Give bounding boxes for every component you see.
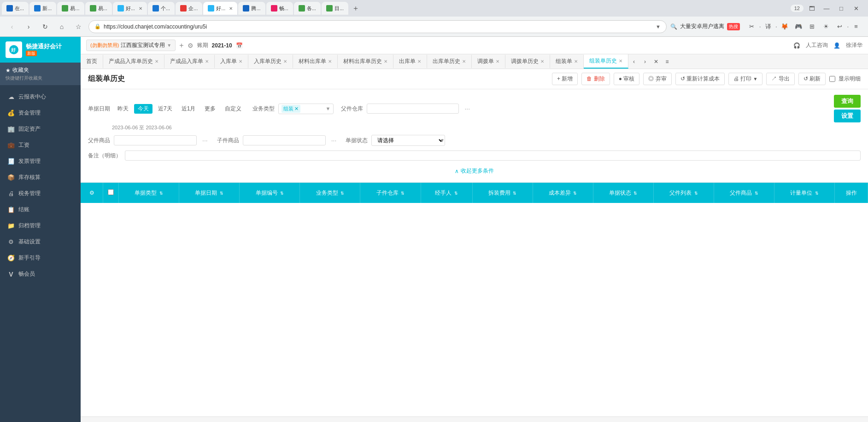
sidebar-item-funds[interactable]: 💰 资金管理 xyxy=(0,105,81,121)
remark-input[interactable] xyxy=(125,150,861,161)
abandon-button[interactable]: ◎ 弃审 xyxy=(643,73,671,85)
tab-material-outbound-close[interactable]: ✕ xyxy=(328,59,332,64)
date-btn-1month[interactable]: 近1月 xyxy=(178,104,199,114)
date-btn-more[interactable]: 更多 xyxy=(201,104,219,114)
browser-tab-2[interactable]: 新... xyxy=(29,2,56,15)
tab-close-8[interactable]: ✕ xyxy=(229,6,233,11)
sidebar-item-cloud-reports[interactable]: ☁ 云报表中心 xyxy=(0,89,81,105)
tab-transfer-close[interactable]: ✕ xyxy=(496,59,499,64)
sidebar-item-member[interactable]: V 畅会员 xyxy=(0,266,81,282)
tab-inbound-history-close[interactable]: ✕ xyxy=(283,59,287,64)
date-btn-custom[interactable]: 自定义 xyxy=(221,104,245,114)
tab-transfer-history-close[interactable]: ✕ xyxy=(540,59,544,64)
tab-product-inbound-history-close[interactable]: ✕ xyxy=(155,59,158,64)
sidebar-item-invoice[interactable]: 🧾 发票管理 xyxy=(0,153,81,169)
tab-transfer-history[interactable]: 调拨单历史 ✕ xyxy=(505,55,550,68)
parent-goods-dots[interactable]: ··· xyxy=(200,137,210,144)
child-goods-input[interactable] xyxy=(243,135,326,145)
child-goods-dots[interactable]: ··· xyxy=(329,137,339,144)
tab-scroll-close-all[interactable]: ✕ xyxy=(651,55,662,69)
th-order-date[interactable]: 单据日期 ⇅ xyxy=(179,183,240,203)
tab-product-inbound-history[interactable]: 产成品入库单历史 ✕ xyxy=(103,55,164,68)
browser-tab-5[interactable]: 好... ✕ xyxy=(113,2,147,15)
tab-outbound-history-close[interactable]: ✕ xyxy=(462,59,466,64)
tab-inbound[interactable]: 入库单 ✕ xyxy=(215,55,248,68)
brightness-btn[interactable]: ☀ xyxy=(820,20,833,33)
sidebar-item-payroll[interactable]: 💼 工资 xyxy=(0,137,81,153)
grid-btn[interactable]: ⊞ xyxy=(806,20,819,33)
browser-tab-1[interactable]: 在... xyxy=(2,2,29,15)
th-child-warehouse[interactable]: 子件仓库 ⇅ xyxy=(360,183,421,203)
sidebar-item-inventory[interactable]: 📦 库存核算 xyxy=(0,169,81,185)
th-order-type[interactable]: 单据类型 ⇅ xyxy=(119,183,179,203)
tab-close-5[interactable]: ✕ xyxy=(139,6,142,11)
game-btn[interactable]: 🎮 xyxy=(792,20,805,33)
filter-settings-button[interactable]: 设置 xyxy=(834,110,861,122)
emoji-btn[interactable]: 🦊 xyxy=(778,20,791,33)
browser-menu-btn[interactable]: ≡ xyxy=(850,20,862,33)
tab-outbound-close[interactable]: ✕ xyxy=(417,59,421,64)
sidebar-item-settings[interactable]: ⚙ 基础设置 xyxy=(0,234,81,250)
sidebar-item-checkout[interactable]: 📋 结账 xyxy=(0,202,81,218)
date-btn-7days[interactable]: 近7天 xyxy=(154,104,176,114)
dropdown-arrow-icon[interactable]: ▼ xyxy=(656,24,661,29)
maximize-btn[interactable]: □ xyxy=(835,2,848,15)
scissors-icon-btn[interactable]: ✂ xyxy=(745,20,758,33)
browser-tab-10[interactable]: 畅... xyxy=(266,2,293,15)
sidebar-item-tax[interactable]: 🖨 税务管理 xyxy=(0,185,81,202)
export-button[interactable]: ↗ 导出 xyxy=(766,73,794,85)
parent-warehouse-input[interactable] xyxy=(367,104,459,114)
sidebar-item-fixed-assets[interactable]: 🏢 固定资产 xyxy=(0,121,81,137)
th-unit[interactable]: 计量单位 ⇅ xyxy=(774,183,835,203)
tab-assembly-history-close[interactable]: ✕ xyxy=(619,58,622,64)
th-order-status[interactable]: 单据状态 ⇅ xyxy=(593,183,653,203)
search-button[interactable]: 查询 xyxy=(834,95,861,108)
parent-warehouse-dots[interactable]: ··· xyxy=(463,105,472,112)
delete-button[interactable]: 🗑 删除 xyxy=(581,73,610,85)
tab-home[interactable]: 首页 xyxy=(81,55,103,68)
column-settings-icon[interactable]: ⚙ xyxy=(85,186,98,199)
new-tab-button[interactable]: ＋ xyxy=(349,2,362,15)
forward-btn[interactable]: › xyxy=(22,20,35,33)
audit-button[interactable]: ● 审核 xyxy=(614,73,640,85)
sidebar-item-guide[interactable]: 🧭 新手引导 xyxy=(0,250,81,266)
close-browser-btn[interactable]: ✕ xyxy=(850,2,862,15)
tab-material-outbound[interactable]: 材料出库单 ✕ xyxy=(293,55,338,68)
display-detail-toggle[interactable]: 显示明细 xyxy=(829,75,861,83)
parent-goods-input[interactable] xyxy=(114,135,197,145)
tab-scroll-right[interactable]: › xyxy=(639,55,651,69)
bookmark-btn[interactable]: ☆ xyxy=(72,20,85,33)
home-btn[interactable]: ⌂ xyxy=(55,20,68,33)
company-selector[interactable]: (勿删勿禁用) 江西服宝测试专用 ▼ xyxy=(86,40,176,51)
browser-tab-11[interactable]: 各... xyxy=(294,2,321,15)
tab-outbound[interactable]: 出库单 ✕ xyxy=(393,55,427,68)
browser-tab-12[interactable]: 目... xyxy=(322,2,348,15)
select-all-checkbox[interactable] xyxy=(108,189,114,195)
tab-transfer[interactable]: 调拨单 ✕ xyxy=(472,55,505,68)
th-order-number[interactable]: 单据编号 ⇅ xyxy=(240,183,300,203)
business-type-dropdown-icon[interactable]: ▼ xyxy=(325,106,330,111)
refresh-button[interactable]: ↺ 刷新 xyxy=(798,73,826,85)
undo-btn[interactable]: ↩ xyxy=(833,20,846,33)
tab-assembly[interactable]: 组装单 ✕ xyxy=(550,55,584,68)
refresh-browser-btn[interactable]: ↻ xyxy=(39,20,52,33)
tab-scroll-left[interactable]: ‹ xyxy=(628,55,639,69)
th-cost-diff[interactable]: 成本差异 ⇅ xyxy=(533,183,593,203)
tab-assembly-history[interactable]: 组装单历史 ✕ xyxy=(584,54,628,69)
address-bar[interactable]: 🔒 https://cloud.chanjet.com/accounting/u… xyxy=(88,20,667,33)
browser-tab-3[interactable]: 易... xyxy=(57,2,84,15)
company-settings-btn[interactable]: ⚙ xyxy=(188,42,194,49)
tab-inbound-close[interactable]: ✕ xyxy=(239,59,242,64)
th-business-type[interactable]: 业务类型 ⇅ xyxy=(300,183,360,203)
horizontal-scrollbar[interactable] xyxy=(81,416,868,422)
browser-tab-9[interactable]: 腾... xyxy=(238,2,265,15)
tab-inbound-history[interactable]: 入库单历史 ✕ xyxy=(248,55,293,68)
sidebar-collection[interactable]: ★ 收藏夹 快捷键打开收藏夹 xyxy=(0,63,81,85)
browser-tab-7[interactable]: 企... xyxy=(176,2,202,15)
th-checkbox[interactable] xyxy=(103,183,119,203)
date-btn-yesterday[interactable]: 昨天 xyxy=(114,104,132,114)
tab-material-outbound-history-close[interactable]: ✕ xyxy=(384,59,387,64)
collapse-filters-btn[interactable]: ∧ 收起更多条件 xyxy=(88,165,861,177)
browser-tab-8[interactable]: 好... ✕ xyxy=(203,2,237,15)
browser-tab-4[interactable]: 易... xyxy=(85,2,112,15)
